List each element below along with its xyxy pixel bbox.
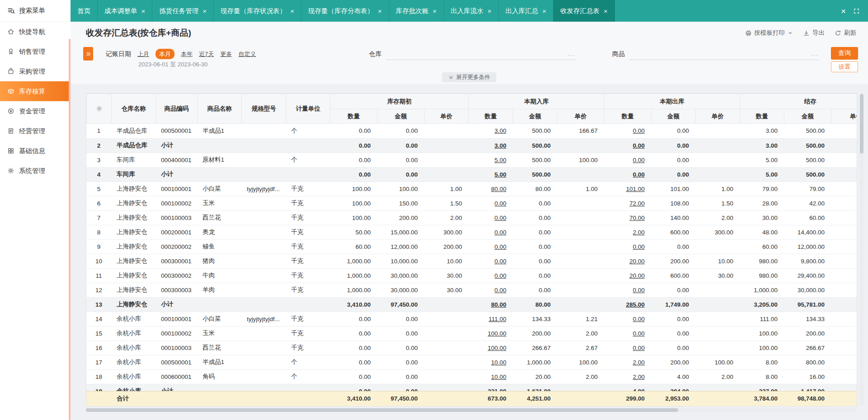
- quick-this-month[interactable]: 本月: [156, 49, 175, 59]
- warehouse-input[interactable]: [386, 48, 561, 60]
- tab-receipt-dispatch-summary[interactable]: 收发存汇总表×: [553, 0, 615, 22]
- cell-xq[interactable]: 285.00: [604, 297, 651, 312]
- sidebar-item-purchase[interactable]: 采购管理: [0, 61, 71, 81]
- tab-stock-batch[interactable]: 库存批次账×: [389, 0, 444, 22]
- table-row[interactable]: 11上海静安仓000300002牛肉千克1,000.0030,000.0030.…: [86, 268, 857, 283]
- close-tab-icon[interactable]: ×: [542, 8, 547, 14]
- query-button[interactable]: 查询: [831, 47, 858, 60]
- close-icon[interactable]: ×: [841, 7, 846, 15]
- cell-xq[interactable]: 4.00: [604, 384, 651, 391]
- tab-home[interactable]: 首页: [71, 0, 98, 22]
- cell-iq[interactable]: 5.00: [468, 167, 513, 182]
- cell-xq[interactable]: 0.00: [604, 341, 651, 355]
- sidebar-search-menu[interactable]: 搜索菜单: [0, 0, 71, 22]
- export-button[interactable]: 导出: [803, 29, 825, 37]
- quick-this-year[interactable]: 本年: [181, 50, 193, 58]
- subtotal-row[interactable]: 2半成品仓库小计0.000.003.00500.000.000.003.0050…: [86, 138, 857, 153]
- cell-xq[interactable]: 2.00: [604, 369, 651, 384]
- cell-xq[interactable]: 0.00: [604, 138, 651, 153]
- settings-button[interactable]: 设置: [831, 61, 858, 72]
- cell-iq[interactable]: 0.00: [468, 283, 513, 297]
- cell-xq[interactable]: 0.00: [604, 167, 651, 182]
- horizontal-scrollbar-thumb[interactable]: [86, 408, 678, 412]
- close-tab-icon[interactable]: ×: [142, 8, 146, 14]
- print-by-template-button[interactable]: 按模板打印: [745, 29, 793, 37]
- table-row[interactable]: 10上海静安仓000300001猪肉千克1,000.0010,000.0010.…: [86, 254, 857, 268]
- table-row[interactable]: 15余杭小库000100002玉米千克0.000.00100.00200.002…: [86, 326, 857, 341]
- cell-xq[interactable]: 72.00: [604, 196, 651, 210]
- cell-xq[interactable]: 0.00: [604, 283, 651, 297]
- product-input[interactable]: [629, 48, 804, 60]
- cell-iq[interactable]: 5.00: [468, 153, 513, 167]
- sidebar-scrollbar[interactable]: [69, 39, 71, 420]
- table-row[interactable]: 1半成品仓库000500001半成品1个0.000.003.00500.0016…: [86, 124, 857, 138]
- table-row[interactable]: 18余杭小库000600001角码个0.000.0010.0020.002.00…: [86, 369, 857, 384]
- expand-more-button[interactable]: 展开更多条件: [442, 72, 496, 82]
- cell-iq[interactable]: 0.00: [468, 210, 513, 225]
- collapse-filter-button[interactable]: [83, 47, 93, 61]
- vertical-scrollbar-thumb[interactable]: [860, 94, 863, 154]
- table-row[interactable]: 7上海静安仓000100003西兰花千克100.00200.002.000.00…: [86, 210, 857, 225]
- tab-stock-distribution[interactable]: 现存量（库存分布表）×: [302, 0, 389, 22]
- close-tab-icon[interactable]: ×: [378, 8, 382, 14]
- cell-iq[interactable]: 0.00: [468, 196, 513, 210]
- product-picker-button[interactable]: ···: [811, 51, 818, 58]
- quick-custom[interactable]: 自定义: [238, 50, 256, 58]
- close-tab-icon[interactable]: ×: [487, 8, 491, 14]
- cell-iq[interactable]: 100.00: [468, 341, 513, 355]
- tab-inout-summary[interactable]: 出入库汇总×: [499, 0, 553, 22]
- quick-more[interactable]: 更多: [220, 50, 232, 58]
- cell-xq[interactable]: 0.00: [604, 153, 651, 167]
- cell-xq[interactable]: 101.00: [604, 182, 651, 196]
- cell-iq[interactable]: 3.00: [468, 124, 513, 138]
- close-tab-icon[interactable]: ×: [290, 8, 294, 14]
- quick-last-7-days[interactable]: 近7天: [199, 50, 214, 58]
- cell-xq[interactable]: 0.00: [604, 326, 651, 341]
- warehouse-picker-button[interactable]: ···: [568, 51, 575, 58]
- cell-xq[interactable]: 2.00: [604, 225, 651, 239]
- tab-picking-task[interactable]: 拣货任务管理×: [152, 0, 214, 22]
- table-row[interactable]: 8上海静安仓000200001奥龙千克50.0015,000.00300.000…: [86, 225, 857, 239]
- tab-inout-flow[interactable]: 出入库流水×: [444, 0, 499, 22]
- vertical-scrollbar[interactable]: [860, 93, 863, 406]
- table-row[interactable]: 17余杭小库000500001半成品1个0.000.0010.001,000.0…: [86, 355, 857, 369]
- cell-xq[interactable]: 0.00: [604, 239, 651, 254]
- cell-iq[interactable]: 111.00: [468, 312, 513, 326]
- close-tab-icon[interactable]: ×: [433, 8, 437, 14]
- table-row[interactable]: 6上海静安仓000100002玉米千克100.00150.001.500.000…: [86, 196, 857, 210]
- sidebar-item-sales[interactable]: 销售管理: [0, 42, 71, 61]
- sidebar-item-business[interactable]: 经营管理: [0, 121, 71, 141]
- cell-xq[interactable]: 0.00: [604, 124, 651, 138]
- subtotal-row[interactable]: 13上海静安仓小计3,410.0097,450.0080.0080.00285.…: [86, 297, 857, 312]
- close-tab-icon[interactable]: ×: [203, 8, 207, 14]
- close-tab-icon[interactable]: ×: [604, 8, 608, 14]
- table-row[interactable]: 14余杭小库000100001小白菜tyjyjtyjtyjdf...千克0.00…: [86, 312, 857, 326]
- cell-xq[interactable]: 70.00: [604, 210, 651, 225]
- fullscreen-icon[interactable]: [853, 8, 860, 14]
- tab-stock-status[interactable]: 现存量（库存状况表）×: [214, 0, 302, 22]
- table-row[interactable]: 9上海静安仓000200002鳗鱼千克60.0012,000.00200.000…: [86, 239, 857, 254]
- column-settings-button[interactable]: [87, 94, 112, 124]
- sidebar-item-base-info[interactable]: 基础信息: [0, 141, 71, 161]
- sidebar-item-inventory[interactable]: 库存核算: [0, 81, 71, 101]
- quick-last-month[interactable]: 上月: [137, 50, 149, 58]
- cell-iq[interactable]: 0.00: [468, 225, 513, 239]
- sidebar-item-quick-nav[interactable]: 快捷导航: [0, 22, 71, 42]
- cell-iq[interactable]: 10.00: [468, 355, 513, 369]
- horizontal-scrollbar[interactable]: [86, 408, 857, 412]
- cell-iq[interactable]: 0.00: [468, 268, 513, 283]
- table-body[interactable]: 1半成品仓库000500001半成品1个0.000.003.00500.0016…: [86, 124, 857, 391]
- subtotal-row[interactable]: 4车间库小计0.000.005.00500.000.000.005.00500.…: [86, 167, 857, 182]
- cell-xq[interactable]: 2.00: [604, 355, 651, 369]
- table-row[interactable]: 16余杭小库000100003西兰花千克0.000.00100.00266.67…: [86, 341, 857, 355]
- table-row[interactable]: 12上海静安仓000300003羊肉千克1,000.0030,000.0030.…: [86, 283, 857, 297]
- table-row[interactable]: 3车间库000400001原材料1个0.000.005.00500.00100.…: [86, 153, 857, 167]
- cell-iq[interactable]: 0.00: [468, 239, 513, 254]
- cell-iq[interactable]: 100.00: [468, 326, 513, 341]
- cell-iq[interactable]: 10.00: [468, 369, 513, 384]
- date-range-value[interactable]: 2023-06-01 至 2023-06-30: [138, 61, 208, 69]
- table-row[interactable]: 5上海静安仓000100001小白菜tyjyjtyjtyjdf...千克100.…: [86, 182, 857, 196]
- cell-xq[interactable]: 0.00: [604, 312, 651, 326]
- cell-iq[interactable]: 0.00: [468, 254, 513, 268]
- refresh-button[interactable]: 刷新: [835, 29, 856, 37]
